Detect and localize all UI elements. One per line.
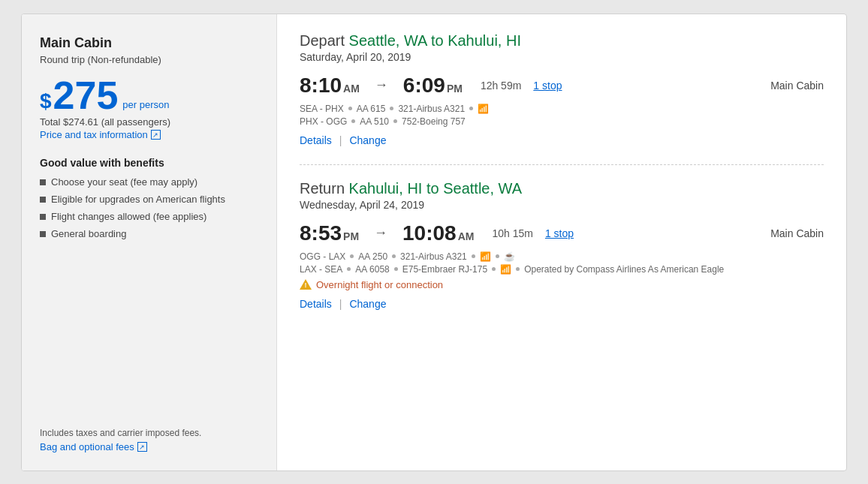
wifi-icon: 📶 [480, 251, 491, 262]
return-flight-row: 8:53PM → 10:08AM 10h 15m 1 stop Main Cab… [300, 221, 824, 245]
separator [390, 107, 393, 110]
arrow-icon: → [375, 77, 388, 93]
trip-type: Round trip (Non-refundable) [40, 54, 258, 65]
cabin-title: Main Cabin [40, 35, 258, 51]
separator [351, 119, 355, 123]
benefit-item: Choose your seat (fee may apply) [40, 176, 258, 188]
return-duration: 10h 15m [492, 227, 532, 239]
separator [350, 254, 354, 258]
flight-duration: 12h 59m [481, 80, 521, 92]
benefits-list: Choose your seat (fee may apply) Eligibl… [40, 176, 258, 245]
return-stop-link[interactable]: 1 stop [545, 227, 574, 239]
return-change-link[interactable]: Change [349, 298, 386, 310]
separator [496, 254, 499, 258]
benefit-item: General boarding [40, 228, 258, 239]
price-amount: 275 [53, 76, 119, 115]
depart-date: Saturday, April 20, 2019 [300, 51, 824, 63]
depart-actions: Details | Change [300, 134, 824, 146]
stop-link[interactable]: 1 stop [533, 80, 562, 92]
depart-flight-row: 8:10AM → 6:09PM 12h 59m 1 stop Main Cabi… [300, 74, 824, 98]
return-leg1-details: OGG - LAX AA 250 321-Airbus A321 📶 ☕ [300, 251, 824, 262]
separator [348, 107, 352, 110]
benefits-title: Good value with benefits [40, 157, 258, 169]
bullet-icon [40, 231, 46, 237]
cabin-label: Main Cabin [770, 80, 824, 92]
separator [469, 107, 473, 110]
price-row: $ 275 per person [40, 76, 258, 115]
cup-icon: ☕ [504, 251, 515, 262]
separator [347, 267, 351, 271]
return-actions: Details | Change [300, 298, 824, 310]
return-route-title: Return Kahului, HI to Seattle, WA [300, 180, 824, 197]
bag-fees-link[interactable]: Bag and optional fees ↗ [40, 441, 258, 452]
wifi-icon: 📶 [478, 104, 489, 114]
return-cabin-label: Main Cabin [770, 227, 824, 239]
separator [472, 254, 475, 258]
external-link-icon: ↗ [137, 442, 147, 452]
leg2-details: PHX - OGG AA 510 752-Boeing 757 [300, 116, 824, 127]
sidebar: Main Cabin Round trip (Non-refundable) $… [22, 14, 277, 470]
external-link-icon: ↗ [151, 130, 161, 140]
dollar-sign: $ [40, 91, 52, 115]
return-section: Return Kahului, HI to Seattle, WA Wednes… [300, 164, 824, 310]
bullet-icon [40, 214, 46, 220]
separator [516, 267, 520, 271]
change-link[interactable]: Change [349, 134, 386, 146]
details-link[interactable]: Details [300, 134, 332, 146]
separator [394, 267, 398, 271]
return-date: Wednesday, April 24, 2019 [300, 199, 824, 211]
main-content: Depart Seattle, WA to Kahului, HI Saturd… [277, 14, 846, 470]
return-arrive-time: 10:08AM [402, 221, 474, 245]
depart-section: Depart Seattle, WA to Kahului, HI Saturd… [300, 32, 824, 146]
action-separator: | [339, 298, 342, 310]
separator [392, 254, 396, 258]
return-depart-time: 8:53PM [300, 221, 359, 245]
separator [393, 119, 397, 123]
price-per-person: per person [122, 99, 169, 115]
return-details-link[interactable]: Details [300, 298, 332, 310]
action-separator: | [339, 134, 342, 146]
benefit-item: Eligible for upgrades on American flight… [40, 194, 258, 205]
footer-text: Includes taxes and carrier imposed fees. [40, 428, 258, 438]
bullet-icon [40, 179, 46, 185]
overnight-notice: ! Overnight flight or connection [300, 279, 824, 290]
return-leg2-details: LAX - SEA AA 6058 E75-Embraer RJ-175 📶 O… [300, 264, 824, 275]
sidebar-footer: Includes taxes and carrier imposed fees.… [40, 413, 258, 452]
arrive-time: 6:09PM [403, 74, 463, 98]
main-card: Main Cabin Round trip (Non-refundable) $… [21, 14, 847, 471]
price-tax-link[interactable]: Price and tax information ↗ [40, 129, 258, 140]
separator [492, 267, 496, 271]
wifi-icon: 📶 [500, 264, 511, 275]
leg1-details: SEA - PHX AA 615 321-Airbus A321 📶 [300, 104, 824, 114]
price-total: Total $274.61 (all passengers) [40, 116, 258, 128]
bullet-icon [40, 197, 46, 203]
benefit-item: Flight changes allowed (fee applies) [40, 211, 258, 222]
depart-route-title: Depart Seattle, WA to Kahului, HI [300, 32, 824, 50]
arrow-icon: → [374, 225, 387, 241]
warning-icon: ! [300, 279, 312, 290]
depart-time: 8:10AM [300, 74, 360, 98]
